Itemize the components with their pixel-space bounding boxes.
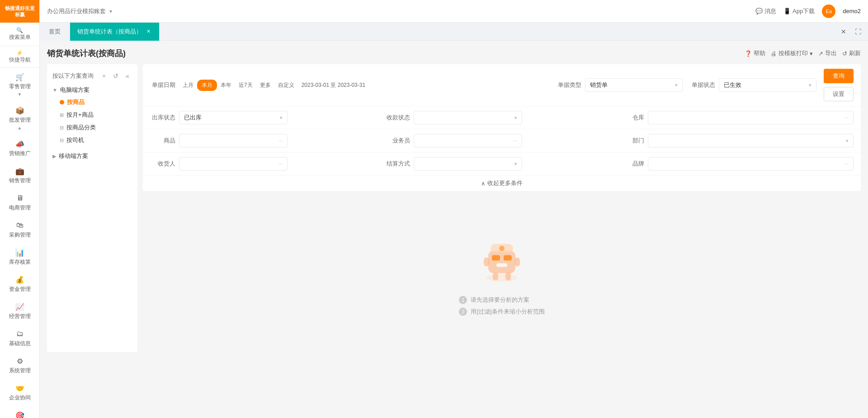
sidebar-item-marketing[interactable]: 📣 营销推广 xyxy=(0,135,39,162)
logo-text: 畅捷通好生意 xyxy=(5,5,35,11)
tab-home[interactable]: 首页 xyxy=(40,23,70,41)
help-button[interactable]: ❓ 帮助 xyxy=(745,49,765,57)
date-this-month[interactable]: 本月 xyxy=(197,80,217,91)
recipient-input[interactable]: ··· xyxy=(179,157,288,171)
sidebar-item-system[interactable]: ⚙ 系统管理 xyxy=(0,352,39,379)
sidebar-item-sales[interactable]: 💼 销售管理 xyxy=(0,162,39,189)
sidebar-item-retail[interactable]: 🛒 零售管理 ▼ xyxy=(0,68,39,101)
export-button[interactable]: ↗ 导出 xyxy=(818,49,837,57)
app-download-button[interactable]: 📱 App下载 xyxy=(783,7,815,15)
purchase-label: 采购管理 xyxy=(9,231,31,239)
tab-close-button[interactable]: ✕ xyxy=(837,25,850,38)
breadcrumb-dropdown-icon[interactable]: ▾ xyxy=(109,8,112,14)
outstatus-input[interactable]: 已出库 ▾ xyxy=(179,111,288,124)
filter-recipient-cell: 收货人 ··· xyxy=(150,157,385,171)
warehouse-input[interactable]: ··· xyxy=(648,111,854,124)
sidebar-item-enterprise[interactable]: 🤝 企业协同 xyxy=(0,379,39,406)
search-menu[interactable]: 🔍 搜索菜单 xyxy=(0,23,39,46)
tree-desktop-scheme[interactable]: ▼ 电脑端方案 xyxy=(47,84,137,96)
print-button[interactable]: 🖨 按模板打印 ▾ xyxy=(771,49,813,57)
date-custom[interactable]: 自定义 xyxy=(274,80,298,91)
header-right: 💬 消息 📱 App下载 Ea demo2 xyxy=(755,5,861,18)
collapse-panel-button[interactable]: « xyxy=(123,71,132,81)
settlement-input[interactable]: ▾ xyxy=(414,157,522,171)
salesperson-label: 业务员 xyxy=(385,137,414,145)
doctype-input[interactable]: 销货单 ▾ xyxy=(585,78,683,92)
refresh-button[interactable]: ↺ 刷新 xyxy=(842,49,861,57)
filter-brand-cell: 品牌 ··· xyxy=(619,157,854,171)
system-label: 系统管理 xyxy=(9,367,31,375)
print-dropdown-icon[interactable]: ▾ xyxy=(810,50,813,57)
page-actions: ❓ 帮助 🖨 按模板打印 ▾ ↗ 导出 ↺ 刷新 xyxy=(745,49,861,57)
by-printer-label: 按司机 xyxy=(66,136,84,144)
tree-by-month-product[interactable]: ⊞ 按月+商品 xyxy=(54,109,137,121)
tab-close-icon[interactable]: ✕ xyxy=(145,28,152,35)
query-button[interactable]: 查询 xyxy=(824,69,854,83)
payment-dropdown-icon: ▾ xyxy=(514,115,517,121)
sidebar-item-finance[interactable]: 💰 资金管理 xyxy=(0,271,39,298)
docstatus-input[interactable]: 已生效 ▾ xyxy=(719,78,816,92)
doctype-label: 单据类型 xyxy=(556,81,585,89)
department-input[interactable]: ▾ xyxy=(648,134,854,147)
svg-rect-1 xyxy=(488,251,515,273)
tab-sales-stats[interactable]: 销货单统计表（按商品） ✕ xyxy=(70,23,160,41)
category-icon: ⊟ xyxy=(60,125,64,131)
inventory-label: 库存核算 xyxy=(9,258,31,266)
tree-by-category[interactable]: ⊟ 按商品分类 xyxy=(54,121,137,134)
sidebar-item-wholesale[interactable]: 📦 批发管理 ▲ xyxy=(0,101,39,135)
payment-input[interactable]: ▾ xyxy=(414,111,522,124)
collapse-label: 收起更多条件 xyxy=(487,179,523,187)
quick-nav[interactable]: ⚡ 快捷导航 xyxy=(0,46,39,68)
ecommerce-label: 电商管理 xyxy=(9,204,31,212)
date-7-days[interactable]: 近7天 xyxy=(235,80,256,91)
user-initials: Ea xyxy=(826,9,832,14)
brand-label: 品牌 xyxy=(619,160,648,168)
filter-panel: 单据日期 上月 本月 本年 近7天 更多 自定义 2023-03-01 至 20… xyxy=(143,64,861,191)
add-scheme-button[interactable]: ＋ xyxy=(99,71,108,81)
print-label: 按模板打印 xyxy=(778,49,808,57)
right-content: 单据日期 上月 本月 本年 近7天 更多 自定义 2023-03-01 至 20… xyxy=(143,64,861,352)
tab-controls: ✕ ⛶ xyxy=(837,25,868,38)
department-label: 部门 xyxy=(619,137,648,145)
message-button[interactable]: 💬 消息 xyxy=(755,7,776,15)
tree-mobile-scheme[interactable]: ▶ 移动端方案 xyxy=(47,150,137,162)
tip-text-1: 请先选择要分析的方案 xyxy=(471,296,529,304)
tree-by-product[interactable]: 按商品 xyxy=(54,96,137,109)
sidebar: 畅捷通好生意 标赢 🔍 搜索菜单 ⚡ 快捷导航 🛒 零售管理 ▼ 📦 批发管理 … xyxy=(0,0,40,418)
app-logo: 畅捷通好生意 标赢 xyxy=(0,0,39,23)
empty-tip-2: 2 用[过滤]条件来缩小分析范围 xyxy=(459,308,544,316)
by-product-label: 按商品 xyxy=(67,98,85,106)
sidebar-item-ecommerce[interactable]: 🖥 电商管理 xyxy=(0,189,39,216)
export-label: 导出 xyxy=(825,49,837,57)
recipient-ellipsis-icon: ··· xyxy=(278,161,283,166)
date-more[interactable]: 更多 xyxy=(256,80,274,91)
salesperson-input[interactable]: ··· xyxy=(414,134,522,147)
settings-button[interactable]: 设置 xyxy=(824,87,854,101)
docstatus-dropdown-icon: ▾ xyxy=(809,82,811,88)
sidebar-item-basic[interactable]: 🗂 基础信息 xyxy=(0,325,39,352)
sidebar-item-purchase[interactable]: 🛍 采购管理 xyxy=(0,216,39,243)
date-last-month[interactable]: 上月 xyxy=(179,80,197,91)
nav-icon: ⚡ xyxy=(4,50,36,56)
date-this-year[interactable]: 本年 xyxy=(217,80,235,91)
basic-label: 基础信息 xyxy=(9,340,31,347)
month-product-icon: ⊞ xyxy=(60,112,64,118)
printer-icon: ⊟ xyxy=(60,138,64,143)
sidebar-item-operations[interactable]: 📈 经营管理 xyxy=(0,298,39,325)
refresh-scheme-button[interactable]: ↺ xyxy=(111,71,120,81)
action-buttons: 查询 设置 xyxy=(824,69,854,101)
docstatus-label: 单据状态 xyxy=(690,81,719,89)
tab-expand-button[interactable]: ⛶ xyxy=(852,25,864,38)
brand-input[interactable]: ··· xyxy=(648,157,854,171)
page-title: 销货单统计表(按商品) xyxy=(47,48,126,59)
retail-label: 零售管理 xyxy=(9,83,31,90)
sidebar-item-guide[interactable]: 🎯 新手引导 xyxy=(0,406,39,418)
salesperson-ellipsis-icon: ··· xyxy=(513,138,517,143)
wholesale-icon: 📦 xyxy=(15,106,24,115)
header-left: 办公用品行业模拟账套 ▾ xyxy=(47,7,112,15)
product-input[interactable]: ··· xyxy=(179,134,288,147)
sidebar-item-inventory[interactable]: 📊 库存核算 xyxy=(0,243,39,271)
avatar[interactable]: Ea xyxy=(822,5,835,18)
collapse-button[interactable]: ∧ 收起更多条件 xyxy=(143,176,861,191)
tree-by-printer[interactable]: ⊟ 按司机 xyxy=(54,134,137,147)
